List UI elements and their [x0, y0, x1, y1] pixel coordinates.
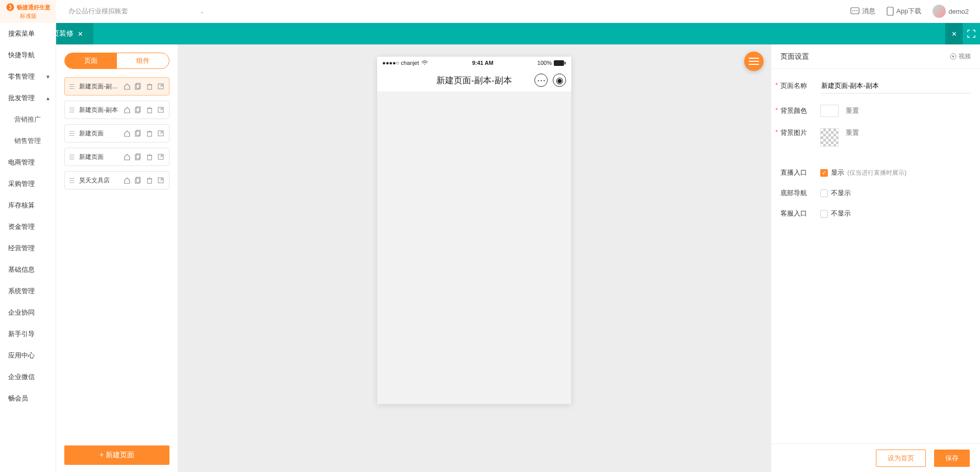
segment-component[interactable]: 组件 [117, 53, 169, 68]
page-list-item[interactable]: ☰ 新建页面 [64, 124, 169, 143]
nav-marketing[interactable]: 营销推广 [0, 109, 56, 130]
home-icon[interactable] [123, 82, 131, 90]
bg-image-picker[interactable] [820, 128, 839, 147]
delete-icon[interactable] [145, 153, 154, 161]
username: demo2 [948, 8, 969, 15]
video-help-button[interactable]: 视频 [950, 52, 971, 61]
nav-retail[interactable]: 零售管理▼ [0, 66, 56, 87]
nav-inventory[interactable]: 库存核算 [0, 195, 56, 216]
drag-handle-icon[interactable]: ☰ [69, 130, 75, 137]
checkbox-live[interactable]: ✓ [820, 169, 828, 177]
page-item-name: 新建页面 [79, 129, 119, 138]
reset-bg-image[interactable]: 重置 [846, 128, 859, 137]
external-icon[interactable] [157, 106, 165, 114]
canvas: ●●●●○ chanjet 9:41 AM 100% 新建页面-副本-副本 ⋯ … [178, 44, 771, 472]
nav-enterprise[interactable]: 企业协同 [0, 302, 56, 323]
nav-wholesale[interactable]: 批发管理▲ [0, 87, 56, 109]
delete-icon[interactable] [145, 176, 154, 184]
nav-quick[interactable]: 快捷导航 [0, 44, 56, 66]
copy-icon[interactable] [134, 153, 142, 161]
live-hint: (仅当进行直播时展示) [847, 169, 906, 177]
fullscreen-button[interactable] [963, 23, 980, 44]
external-icon[interactable] [157, 153, 165, 161]
nav-newbie[interactable]: 新手引导 [0, 323, 56, 345]
drag-handle-icon[interactable]: ☰ [69, 177, 75, 184]
page-list-item[interactable]: ☰ 新建页面-副本-... [64, 77, 169, 96]
nav-funds[interactable]: 资金管理 [0, 216, 56, 238]
nav-purchase[interactable]: 采购管理 [0, 173, 56, 195]
caret-up-icon: ▲ [45, 96, 51, 101]
phone-preview: ●●●●○ chanjet 9:41 AM 100% 新建页面-副本-副本 ⋯ … [377, 57, 571, 404]
page-item-name: 新建页面-副本 [79, 106, 119, 114]
page-name-input[interactable] [820, 78, 971, 93]
caret-down-icon: ▼ [45, 74, 51, 80]
nav-basic[interactable]: 基础信息 [0, 259, 56, 280]
label-bg-color: 背景颜色 [780, 106, 820, 115]
drag-handle-icon[interactable]: ☰ [69, 106, 75, 114]
label-bg-image: 背景图片 [780, 128, 820, 137]
drag-handle-icon[interactable]: ☰ [69, 83, 75, 90]
phone-body[interactable] [377, 91, 571, 404]
phone-target-button[interactable]: ◉ [553, 74, 566, 87]
label-live: 直播入口 [780, 168, 820, 177]
nav-sales[interactable]: 销售管理 [0, 130, 56, 152]
delete-icon[interactable] [145, 129, 154, 137]
copy-icon[interactable] [134, 82, 142, 90]
settings-panel: 页面设置 视频 页面名称 背景颜色 重置 背景图片 重置 [771, 44, 980, 472]
battery-icon [554, 60, 566, 66]
home-icon[interactable] [123, 129, 131, 137]
nav-operation[interactable]: 经营管理 [0, 238, 56, 259]
hamburger-fab[interactable] [744, 52, 764, 71]
home-icon[interactable] [123, 106, 131, 114]
home-icon[interactable] [123, 153, 131, 161]
nav-appcenter[interactable]: 应用中心 [0, 345, 56, 366]
label-service: 客服入口 [780, 209, 820, 218]
delete-icon[interactable] [145, 82, 154, 90]
drag-handle-icon[interactable]: ☰ [69, 153, 75, 161]
reset-bg-color[interactable]: 重置 [846, 106, 859, 115]
account-selector[interactable]: 办公品行业模拟账套 ⌄ [68, 7, 205, 16]
nav-search-menu[interactable]: 搜索菜单 [0, 23, 56, 44]
app-download-button[interactable]: App下载 [887, 7, 921, 16]
page-list-item[interactable]: ☰ 新建页面 [64, 148, 169, 166]
external-icon[interactable] [157, 129, 165, 137]
page-list-item[interactable]: ☰ 新建页面-副本 [64, 101, 169, 119]
checkbox-service[interactable] [820, 210, 828, 218]
user-menu[interactable]: demo2 [933, 5, 969, 18]
copy-icon[interactable] [134, 176, 142, 184]
new-page-button[interactable]: + 新建页面 [64, 445, 169, 465]
delete-icon[interactable] [145, 106, 154, 114]
top-bar: 畅捷通好生意 标准版 办公品行业模拟账套 ⌄ 消息 App下载 demo2 [0, 0, 980, 23]
close-all-button[interactable]: ✕ [945, 23, 963, 44]
segment-page[interactable]: 页面 [65, 53, 117, 68]
svg-rect-5 [887, 7, 893, 15]
checkbox-bottom-nav[interactable] [820, 190, 828, 197]
nav-system[interactable]: 系统管理 [0, 280, 56, 302]
close-tab-icon[interactable]: ✕ [78, 30, 83, 38]
svg-rect-26 [554, 60, 564, 66]
save-button[interactable]: 保存 [934, 450, 970, 467]
svg-point-3 [854, 10, 855, 11]
nav-ecommerce[interactable]: 电商管理 [0, 152, 56, 173]
bg-color-swatch[interactable] [820, 105, 839, 117]
set-home-button[interactable]: 设为首页 [876, 450, 926, 467]
external-icon[interactable] [157, 82, 165, 90]
copy-icon[interactable] [134, 106, 142, 114]
svg-rect-27 [565, 62, 566, 64]
account-name: 办公品行业模拟账套 [68, 7, 128, 16]
nav-member[interactable]: 畅会员 [0, 388, 56, 409]
label-bottom-nav: 底部导航 [780, 188, 820, 198]
svg-point-2 [852, 10, 853, 11]
external-icon[interactable] [157, 176, 165, 184]
phone-more-button[interactable]: ⋯ [534, 74, 548, 87]
page-list-item[interactable]: ☰ 昊天文具店 [64, 171, 169, 190]
phone-time: 9:41 AM [428, 60, 537, 66]
messages-button[interactable]: 消息 [850, 7, 875, 16]
copy-icon[interactable] [134, 129, 142, 137]
logo[interactable]: 畅捷通好生意 标准版 [0, 0, 56, 23]
device-icon [887, 7, 894, 16]
nav-wechat[interactable]: 企业微信 [0, 366, 56, 388]
phone-statusbar: ●●●●○ chanjet 9:41 AM 100% [377, 57, 571, 69]
home-icon[interactable] [123, 176, 131, 184]
sidebar: 搜索菜单 快捷导航 零售管理▼ 批发管理▲ 营销推广 销售管理 电商管理 采购管… [0, 23, 56, 472]
